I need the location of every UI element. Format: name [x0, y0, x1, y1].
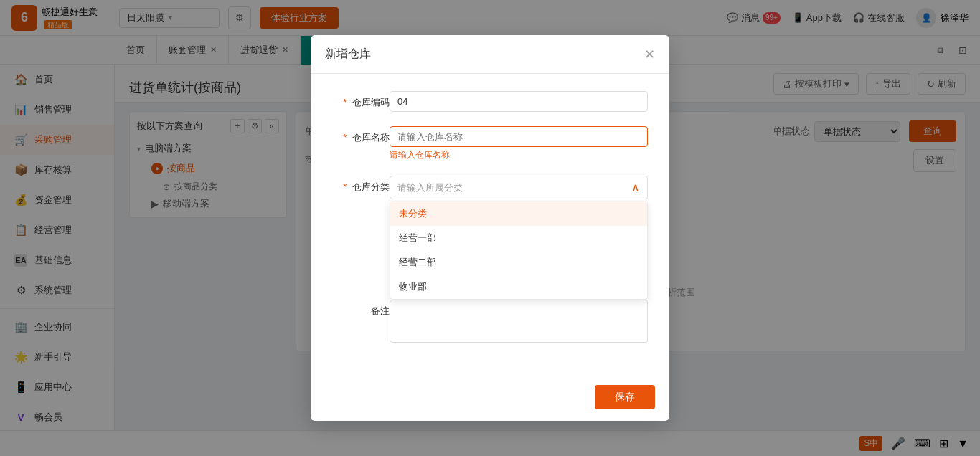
category-dropdown-list: 未分类 经营一部 经营二部 物业部 [390, 201, 648, 300]
dropdown-item-dept2[interactable]: 经营二部 [390, 250, 647, 275]
category-dropdown[interactable]: 请输入所属分类 ∧ [390, 176, 648, 199]
form-row-code: * 仓库编码 [332, 91, 648, 112]
modal-add-warehouse: 新增仓库 ✕ * 仓库编码 * 仓库名称 [311, 35, 669, 421]
code-label: * 仓库编码 [332, 91, 390, 109]
dropdown-item-unclassified[interactable]: 未分类 [390, 201, 647, 226]
dropdown-item-dept3[interactable]: 物业部 [390, 275, 647, 299]
modal-close-button[interactable]: ✕ [644, 48, 655, 61]
dropdown-item-dept1[interactable]: 经营一部 [390, 226, 647, 250]
modal-header: 新增仓库 ✕ [311, 35, 669, 74]
warehouse-code-input[interactable] [390, 91, 648, 112]
form-row-category: * 仓库分类 请输入所属分类 ∧ 未分类 经营一部 经营二部 物业部 [332, 176, 648, 199]
category-field: 请输入所属分类 ∧ [390, 176, 648, 199]
modal-body: * 仓库编码 * 仓库名称 请输入仓库名称 [311, 74, 669, 376]
code-field [390, 91, 648, 112]
notes-textarea[interactable] [390, 300, 648, 343]
name-field: 请输入仓库名称 [390, 126, 648, 161]
category-label: * 仓库分类 [332, 176, 390, 194]
notes-field [390, 300, 648, 345]
warehouse-name-input[interactable] [390, 126, 648, 147]
dropdown-arrow-up-icon: ∧ [631, 181, 640, 194]
save-button[interactable]: 保存 [595, 385, 655, 409]
modal-title: 新增仓库 [325, 47, 371, 62]
form-row-name: * 仓库名称 请输入仓库名称 [332, 126, 648, 161]
form-row-notes: 备注 [332, 300, 648, 345]
name-label: * 仓库名称 [332, 126, 390, 144]
modal-footer: 保存 [311, 376, 669, 421]
modal-overlay[interactable]: 新增仓库 ✕ * 仓库编码 * 仓库名称 [0, 0, 980, 456]
required-star: * [343, 97, 347, 108]
notes-label: 备注 [332, 300, 390, 318]
name-error-msg: 请输入仓库名称 [390, 149, 648, 161]
